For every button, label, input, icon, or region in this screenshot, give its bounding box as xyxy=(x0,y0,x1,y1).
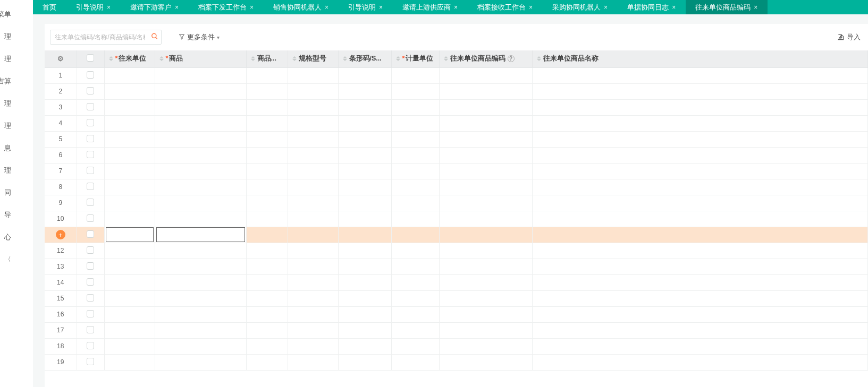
gear-icon[interactable]: ⚙ xyxy=(57,55,64,63)
cell-measure[interactable] xyxy=(391,306,439,322)
cell-barcode[interactable] xyxy=(338,83,391,99)
cell-goods[interactable] xyxy=(155,322,246,338)
cell-measure[interactable] xyxy=(391,147,439,163)
table-row[interactable]: 7 xyxy=(45,163,868,179)
sidebar-item-2[interactable]: 理 xyxy=(0,48,12,70)
cell-spec[interactable] xyxy=(288,322,338,338)
table-row[interactable]: 6 xyxy=(45,147,868,163)
cell-measure[interactable] xyxy=(391,227,439,243)
cell-goods_cat[interactable] xyxy=(246,83,288,99)
cell-barcode[interactable] xyxy=(338,227,391,243)
row-checkbox[interactable] xyxy=(87,342,94,349)
cell-goods_cat[interactable] xyxy=(246,179,288,195)
cell-unit[interactable] xyxy=(104,163,155,179)
sidebar-item-6[interactable]: 息 xyxy=(0,137,12,159)
cell-partner_name[interactable] xyxy=(532,274,868,290)
cell-spec[interactable] xyxy=(288,354,338,370)
cell-unit[interactable] xyxy=(104,274,155,290)
table-wrap[interactable]: ⚙*往来单位*商品商品...规格型号条形码/S...*计量单位往来单位商品编码?… xyxy=(45,50,868,387)
cell-partner_name[interactable] xyxy=(532,179,868,195)
col-header-barcode[interactable]: 条形码/S... xyxy=(338,50,391,67)
cell-measure[interactable] xyxy=(391,338,439,354)
table-row[interactable]: 17 xyxy=(45,322,868,338)
cell-measure[interactable] xyxy=(391,195,439,211)
cell-partner_name[interactable] xyxy=(532,243,868,259)
cell-spec[interactable] xyxy=(288,211,338,227)
cell-goods_cat[interactable] xyxy=(246,243,288,259)
cell-partner_name[interactable] xyxy=(532,131,868,147)
cell-partner_name[interactable] xyxy=(532,259,868,274)
col-header-measure[interactable]: *计量单位 xyxy=(391,50,439,67)
cell-measure[interactable] xyxy=(391,179,439,195)
row-checkbox[interactable] xyxy=(87,167,94,174)
cell-spec[interactable] xyxy=(288,338,338,354)
sidebar-item-7[interactable]: 理 xyxy=(0,159,12,182)
cell-partner_name[interactable] xyxy=(532,115,868,131)
cell-goods[interactable] xyxy=(155,179,246,195)
cell-unit[interactable] xyxy=(104,179,155,195)
cell-unit[interactable] xyxy=(104,354,155,370)
cell-partner_name[interactable] xyxy=(532,163,868,179)
cell-barcode[interactable] xyxy=(338,179,391,195)
close-icon[interactable]: × xyxy=(250,4,254,11)
cell-goods[interactable] xyxy=(155,115,246,131)
cell-goods_cat[interactable] xyxy=(246,227,288,243)
table-row[interactable]: 12 xyxy=(45,243,868,259)
cell-spec[interactable] xyxy=(288,163,338,179)
cell-partner_code[interactable] xyxy=(439,163,532,179)
col-header-goods[interactable]: *商品 xyxy=(155,50,246,67)
cell-partner_name[interactable] xyxy=(532,338,868,354)
cell-unit[interactable] xyxy=(104,115,155,131)
tab-6[interactable]: 邀请上游供应商× xyxy=(393,0,468,14)
cell-goods_cat[interactable] xyxy=(246,259,288,274)
sort-icon[interactable] xyxy=(396,56,400,61)
cell-input-goods[interactable] xyxy=(156,227,245,242)
cell-goods_cat[interactable] xyxy=(246,163,288,179)
cell-unit[interactable] xyxy=(104,195,155,211)
cell-barcode[interactable] xyxy=(338,274,391,290)
cell-unit[interactable] xyxy=(104,243,155,259)
row-checkbox[interactable] xyxy=(87,310,94,317)
row-checkbox[interactable] xyxy=(87,230,94,238)
cell-spec[interactable] xyxy=(288,99,338,115)
cell-goods_cat[interactable] xyxy=(246,354,288,370)
cell-unit[interactable] xyxy=(104,147,155,163)
sidebar-item-9[interactable]: 导 xyxy=(0,204,12,226)
table-row[interactable]: 3 xyxy=(45,99,868,115)
tab-0[interactable]: 首页 xyxy=(33,0,66,14)
row-checkbox[interactable] xyxy=(87,278,94,286)
cell-measure[interactable] xyxy=(391,354,439,370)
sidebar-collapse[interactable]: 〈 xyxy=(0,248,12,271)
cell-spec[interactable] xyxy=(288,259,338,274)
cell-unit[interactable] xyxy=(104,306,155,322)
cell-partner_code[interactable] xyxy=(439,290,532,306)
row-checkbox[interactable] xyxy=(87,151,94,158)
tab-9[interactable]: 单据协同日志× xyxy=(618,0,686,14)
cell-spec[interactable] xyxy=(288,147,338,163)
cell-unit[interactable] xyxy=(104,67,155,83)
tab-3[interactable]: 档案下发工作台× xyxy=(189,0,264,14)
sidebar-item-10[interactable]: 心 xyxy=(0,226,12,248)
cell-measure[interactable] xyxy=(391,290,439,306)
sort-icon[interactable] xyxy=(343,56,347,61)
col-header-spec[interactable]: 规格型号 xyxy=(288,50,338,67)
cell-measure[interactable] xyxy=(391,211,439,227)
cell-goods_cat[interactable] xyxy=(246,99,288,115)
cell-goods[interactable] xyxy=(155,227,246,243)
cell-partner_code[interactable] xyxy=(439,147,532,163)
cell-goods_cat[interactable] xyxy=(246,274,288,290)
export-button[interactable]: 导入 xyxy=(835,32,863,42)
cell-partner_code[interactable] xyxy=(439,338,532,354)
cell-partner_code[interactable] xyxy=(439,83,532,99)
cell-goods[interactable] xyxy=(155,243,246,259)
row-checkbox[interactable] xyxy=(87,199,94,206)
table-row[interactable]: 5 xyxy=(45,131,868,147)
cell-input-unit[interactable] xyxy=(106,227,154,242)
cell-measure[interactable] xyxy=(391,115,439,131)
cell-spec[interactable] xyxy=(288,195,338,211)
sidebar-item-3[interactable]: 吉算 xyxy=(0,70,12,92)
select-all-checkbox[interactable] xyxy=(87,54,94,62)
close-icon[interactable]: × xyxy=(175,4,179,11)
cell-goods_cat[interactable] xyxy=(246,290,288,306)
sort-icon[interactable] xyxy=(444,56,448,61)
